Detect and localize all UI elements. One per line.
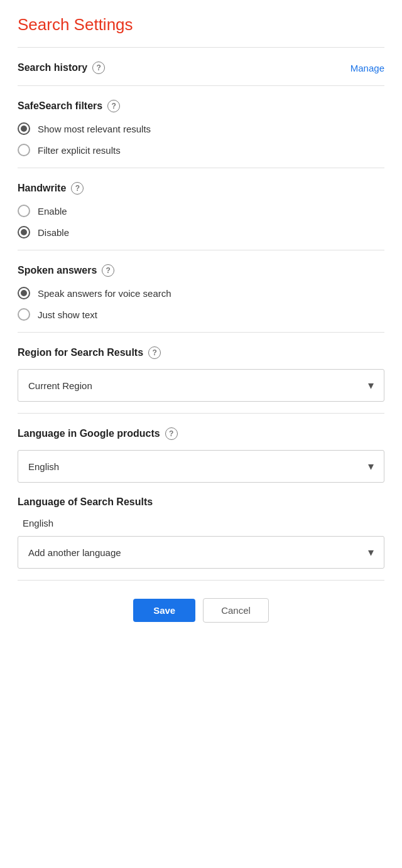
language-google-chevron-icon: ▾ [368, 459, 374, 473]
region-select-value: Current Region [28, 380, 92, 391]
language-results-section: Language of Search Results English Add a… [18, 496, 384, 569]
region-section: Region for Search Results ? Current Regi… [18, 333, 384, 413]
region-select[interactable]: Current Region ▾ [18, 369, 384, 402]
region-header: Region for Search Results ? [18, 346, 384, 359]
language-google-header: Language in Google products ? [18, 427, 384, 440]
handwrite-label-enable: Enable [38, 206, 67, 217]
region-chevron-icon: ▾ [368, 378, 374, 392]
search-history-title: Search history [18, 62, 87, 73]
safesearch-radio-filter[interactable] [18, 144, 30, 156]
save-button[interactable]: Save [133, 599, 195, 622]
language-results-header: Language of Search Results [18, 496, 384, 508]
language-google-section: Language in Google products ? English ▾ … [18, 414, 384, 580]
spoken-answers-radio-group: Speak answers for voice search Just show… [18, 287, 384, 321]
handwrite-option-disable[interactable]: Disable [18, 226, 384, 238]
spoken-answers-help-icon[interactable]: ? [102, 264, 114, 277]
spoken-answers-option-speak[interactable]: Speak answers for voice search [18, 287, 384, 299]
handwrite-option-enable[interactable]: Enable [18, 205, 384, 217]
settings-page: Search Settings Search history ? Manage … [0, 0, 402, 654]
add-language-select[interactable]: Add another language ▾ [18, 536, 384, 569]
handwrite-title: Handwrite [18, 183, 66, 194]
safesearch-title: SafeSearch filters [18, 100, 102, 112]
safesearch-option-filter[interactable]: Filter explicit results [18, 144, 384, 156]
handwrite-help-icon[interactable]: ? [71, 182, 84, 195]
safesearch-help-icon[interactable]: ? [107, 100, 120, 112]
spoken-answers-option-text[interactable]: Just show text [18, 308, 384, 321]
handwrite-header: Handwrite ? [18, 182, 384, 195]
search-history-help-icon[interactable]: ? [92, 62, 105, 74]
handwrite-section: Handwrite ? Enable Disable [18, 168, 384, 250]
safesearch-header: SafeSearch filters ? [18, 100, 384, 112]
handwrite-radio-disable[interactable] [18, 226, 30, 238]
spoken-answers-label-text: Just show text [38, 309, 97, 320]
spoken-answers-radio-text[interactable] [18, 308, 30, 321]
spoken-answers-title: Spoken answers [18, 265, 97, 276]
language-google-select-value: English [28, 461, 59, 472]
spoken-answers-section: Spoken answers ? Speak answers for voice… [18, 250, 384, 332]
page-title: Search Settings [18, 15, 384, 35]
language-google-select[interactable]: English ▾ [18, 450, 384, 483]
form-buttons: Save Cancel [18, 581, 384, 629]
safesearch-label-filter: Filter explicit results [38, 145, 121, 156]
add-language-chevron-icon: ▾ [368, 545, 374, 559]
language-google-help-icon[interactable]: ? [165, 427, 178, 440]
language-results-current: English [23, 518, 384, 528]
manage-link[interactable]: Manage [350, 63, 384, 73]
region-title: Region for Search Results [18, 347, 143, 358]
safesearch-radio-group: Show most relevant results Filter explic… [18, 122, 384, 156]
region-help-icon[interactable]: ? [148, 346, 161, 359]
cancel-button[interactable]: Cancel [203, 598, 269, 623]
add-language-value: Add another language [28, 547, 121, 558]
safesearch-label-relevant: Show most relevant results [38, 124, 151, 134]
spoken-answers-radio-speak[interactable] [18, 287, 30, 299]
language-results-title: Language of Search Results [18, 496, 153, 508]
spoken-answers-header: Spoken answers ? [18, 264, 384, 277]
language-google-title: Language in Google products [18, 428, 160, 439]
handwrite-radio-group: Enable Disable [18, 205, 384, 238]
handwrite-label-disable: Disable [38, 227, 69, 238]
search-history-section: Search history ? Manage [18, 48, 384, 85]
safesearch-radio-relevant[interactable] [18, 122, 30, 135]
search-history-header: Search history ? [18, 62, 105, 74]
safesearch-option-relevant[interactable]: Show most relevant results [18, 122, 384, 135]
handwrite-radio-enable[interactable] [18, 205, 30, 217]
safesearch-section: SafeSearch filters ? Show most relevant … [18, 86, 384, 168]
spoken-answers-label-speak: Speak answers for voice search [38, 288, 171, 299]
